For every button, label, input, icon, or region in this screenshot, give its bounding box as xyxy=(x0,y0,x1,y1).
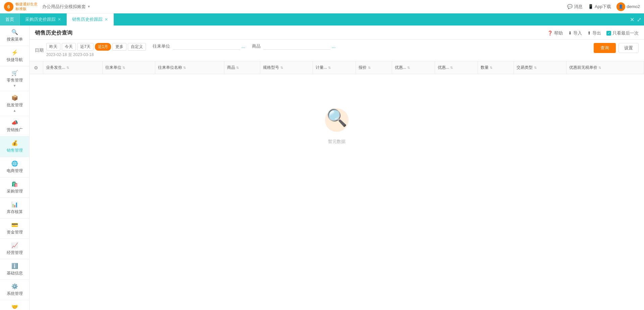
sidebar-item-nav[interactable]: ⚡ 快捷导航 xyxy=(0,46,29,66)
col-pretax-price[interactable]: 优惠前无税单价 ⇅ xyxy=(567,61,644,74)
only-last-checkbox[interactable]: ✓ 只看最后一次 xyxy=(606,30,639,36)
counterparty-ellipsis-button[interactable]: ... xyxy=(241,44,245,49)
col-counterparty[interactable]: 往来单位 ⇅ xyxy=(102,61,155,74)
date-buttons: 昨天 今天 近7天 近1月 更多 自定义 xyxy=(46,43,146,51)
col-gear[interactable]: ⚙ xyxy=(30,61,43,74)
tab-close-all-icon[interactable]: ✕ xyxy=(630,16,634,23)
col-biz-date[interactable]: 业务发生... ⇅ xyxy=(43,61,102,74)
wholesale-arrow-icon: ▲ xyxy=(13,109,16,112)
col-product[interactable]: 商品 ⇅ xyxy=(224,61,260,74)
product-filter-group: 商品 ... xyxy=(252,43,336,50)
date-btn-today[interactable]: 今天 xyxy=(62,43,76,51)
export-button[interactable]: ⬆ 导出 xyxy=(587,30,601,36)
sort-icon: ⇅ xyxy=(183,66,186,69)
date-btn-custom[interactable]: 自定义 xyxy=(128,43,146,51)
basic-icon: ℹ️ xyxy=(11,263,18,269)
nav-icon: ⚡ xyxy=(11,49,18,56)
sidebar-item-basic[interactable]: ℹ️ 基础信息 xyxy=(0,259,29,280)
product-input[interactable] xyxy=(263,43,330,50)
sidebar-item-management[interactable]: 📈 经营管理 xyxy=(0,239,29,259)
sidebar-item-system[interactable]: ⚙️ 系统管理 xyxy=(0,280,29,300)
col-qty[interactable]: 数量 ⇅ xyxy=(478,61,514,74)
import-button[interactable]: ⬇ 导入 xyxy=(568,30,582,36)
sidebar-ecommerce-label: 电商管理 xyxy=(7,168,23,174)
tab-maximize-icon[interactable]: ⤢ xyxy=(637,16,641,23)
sidebar-item-collab[interactable]: 🤝 企业协同 xyxy=(0,300,29,310)
tab-home-label: 首页 xyxy=(5,16,14,22)
sidebar: 🔍 搜索菜单 ⚡ 快捷导航 🛒 零售管理 ▼ 📦 批发管理 ▲ 📣 营销推广 💰… xyxy=(0,25,30,310)
counterparty-input-wrapper: ... xyxy=(173,43,245,50)
tab-purchase-label: 采购历史价跟踪 xyxy=(25,16,56,22)
tab-purchase-close-icon[interactable]: ✕ xyxy=(58,17,61,22)
empty-illustration: 🔍 xyxy=(320,101,354,135)
date-btn-7days[interactable]: 近7天 xyxy=(77,43,94,51)
setting-button[interactable]: 设置 xyxy=(619,43,639,53)
sidebar-system-label: 系统管理 xyxy=(7,291,23,297)
help-label: 帮助 xyxy=(554,30,563,36)
sort-icon: ⇅ xyxy=(368,66,371,69)
sidebar-item-purchase[interactable]: 🛍️ 采购管理 xyxy=(0,177,29,198)
purchase-icon: 🛍️ xyxy=(11,181,18,187)
sidebar-item-marketing[interactable]: 📣 营销推广 xyxy=(0,116,29,137)
tab-bar-actions: ✕ ⤢ xyxy=(627,13,644,25)
data-table: ⚙ 业务发生... ⇅ 往来单位 ⇅ 往来单位名称 ⇅ xyxy=(30,61,644,171)
sidebar-nav-label: 快捷导航 xyxy=(7,57,23,63)
sidebar-item-inventory[interactable]: 📊 库存核算 xyxy=(0,198,29,218)
page-title: 销售历史价查询 xyxy=(35,30,72,37)
tab-home[interactable]: 首页 xyxy=(0,13,20,25)
col-spec[interactable]: 规格型号 ⇅ xyxy=(260,61,313,74)
message-icon: 💬 xyxy=(567,4,573,9)
help-button[interactable]: ❓ 帮助 xyxy=(547,30,563,36)
sidebar-item-ecommerce[interactable]: 🌐 电商管理 xyxy=(0,157,29,177)
col-discount2-label: 优惠... xyxy=(438,65,449,70)
col-unit[interactable]: 计量... ⇅ xyxy=(313,61,356,74)
export-label: 导出 xyxy=(592,30,601,36)
counterparty-input[interactable] xyxy=(173,43,240,50)
inventory-icon: 📊 xyxy=(11,201,18,208)
sidebar-item-search[interactable]: 🔍 搜索菜单 xyxy=(0,25,29,46)
filter-bar: 日期 昨天 今天 近7天 近1月 更多 自定义 2023-02-18 至 202… xyxy=(30,40,644,61)
col-trade-type[interactable]: 交易类型 ⇅ xyxy=(514,61,567,74)
sidebar-item-finance[interactable]: 💳 资金管理 xyxy=(0,218,29,239)
app-download-button[interactable]: 📱 App下载 xyxy=(588,4,611,10)
sidebar-item-retail[interactable]: 🛒 零售管理 ▼ xyxy=(0,66,29,91)
query-button[interactable]: 查询 xyxy=(594,43,616,53)
sidebar-item-sales[interactable]: 💰 销售管理 xyxy=(0,137,29,157)
sort-icon: ⇅ xyxy=(236,66,239,69)
col-counterparty-name[interactable]: 往来单位名称 ⇅ xyxy=(155,61,224,74)
date-label: 日期 xyxy=(35,47,44,53)
checkbox-icon: ✓ xyxy=(606,31,611,36)
user-avatar[interactable]: 👤 demo2 xyxy=(616,2,640,11)
sales-icon: 💰 xyxy=(11,140,18,146)
date-btn-yesterday[interactable]: 昨天 xyxy=(46,43,60,51)
tab-purchase[interactable]: 采购历史价跟踪 ✕ xyxy=(20,13,67,25)
tab-sales-close-icon[interactable]: ✕ xyxy=(105,17,108,22)
date-btn-1month[interactable]: 近1月 xyxy=(95,43,111,51)
app-download-label: App下载 xyxy=(595,4,611,10)
search-icon: 🔍 xyxy=(11,29,18,35)
username-label: demo2 xyxy=(627,4,640,9)
sidebar-finance-label: 资金管理 xyxy=(7,229,23,235)
date-btn-more[interactable]: 更多 xyxy=(112,43,126,51)
col-qty-label: 数量 xyxy=(481,65,489,70)
app-name: 办公用品行业模拟账套 xyxy=(42,4,86,10)
message-button[interactable]: 💬 消息 xyxy=(567,4,583,10)
counterparty-filter-group: 往来单位 ... xyxy=(153,43,245,50)
product-input-wrapper: ... xyxy=(263,43,336,50)
sidebar-item-wholesale[interactable]: 📦 批发管理 ▲ xyxy=(0,91,29,116)
col-discount2[interactable]: 优惠... ⇅ xyxy=(435,61,478,74)
app-selector[interactable]: 办公用品行业模拟账套 ▼ xyxy=(40,3,93,10)
col-discount1[interactable]: 优惠... ⇅ xyxy=(392,61,435,74)
counterparty-label: 往来单位 xyxy=(153,43,170,49)
message-label: 消息 xyxy=(574,4,583,10)
only-last-label: 只看最后一次 xyxy=(612,30,639,36)
col-quote[interactable]: 报价 ⇅ xyxy=(356,61,392,74)
sidebar-basic-label: 基础信息 xyxy=(7,270,23,276)
product-ellipsis-button[interactable]: ... xyxy=(332,44,336,49)
retail-arrow-icon: ▼ xyxy=(13,84,16,88)
col-counterparty-name-label: 往来单位名称 xyxy=(158,65,182,70)
main-layout: 🔍 搜索菜单 ⚡ 快捷导航 🛒 零售管理 ▼ 📦 批发管理 ▲ 📣 营销推广 💰… xyxy=(0,25,644,310)
table-header-row: ⚙ 业务发生... ⇅ 往来单位 ⇅ 往来单位名称 ⇅ xyxy=(30,61,644,74)
tab-sales[interactable]: 销售历史价跟踪 ✕ xyxy=(67,13,114,25)
sort-icon: ⇅ xyxy=(280,66,283,69)
